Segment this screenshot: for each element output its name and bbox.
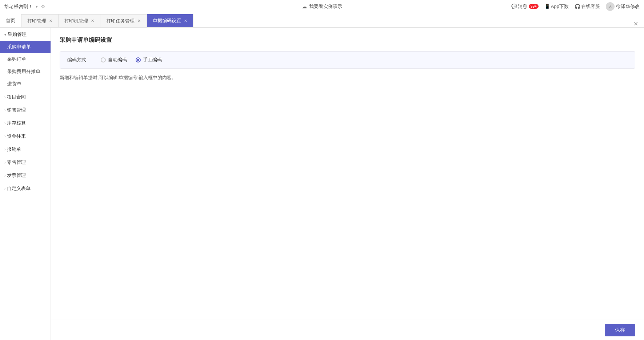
tab-print-task[interactable]: 打印任务管理 ✕ <box>100 14 147 27</box>
gear-icon[interactable]: ⚙ <box>41 4 45 9</box>
avatar: 人 <box>606 2 615 11</box>
sidebar-item-purchase-order-label: 采购订单 <box>7 56 26 62</box>
sidebar-group-purchase-label: 采购管理 <box>8 31 27 38</box>
tab-print-task-label: 打印任务管理 <box>106 18 135 24</box>
sidebar-group-sales-label: 销售管理 <box>7 107 26 113</box>
app-download-button[interactable]: 📱 App下数 <box>544 3 569 10</box>
sidebar-item-stock-in-label: 进货单 <box>7 81 21 86</box>
chevron-down-icon[interactable]: ▾ <box>36 4 38 9</box>
tab-printer-mgmt-close[interactable]: ✕ <box>91 19 94 23</box>
chevron-right-icon: › <box>4 174 5 178</box>
radio-manual[interactable]: 手工编码 <box>136 57 162 63</box>
sidebar-group-invoice-title[interactable]: › 发票管理 <box>0 169 51 182</box>
tab-bar-global-close[interactable]: ✕ <box>628 20 644 27</box>
tab-print-task-close[interactable]: ✕ <box>137 19 141 23</box>
tab-bar: 首页 打印管理 ✕ 打印机管理 ✕ 打印任务管理 ✕ 单据编码设置 ✕ ✕ <box>0 13 644 28</box>
main-layout: ▾ 采购管理 采购申请单 采购订单 采购费用分摊单 进货单 › 项目合同 <box>0 28 644 340</box>
chevron-right-icon: › <box>4 187 5 191</box>
sidebar-group-purchase-title[interactable]: ▾ 采购管理 <box>0 28 51 41</box>
message-badge: 99+ <box>529 4 539 9</box>
content-body: 采购申请单编码设置 编码方式 自动编码 手工编码 新增和编辑单据时,可以编辑'单… <box>51 28 644 320</box>
sidebar-group-capital: › 资金往来 <box>0 129 51 142</box>
tab-single-code[interactable]: 单据编码设置 ✕ <box>147 14 193 27</box>
sidebar-group-inventory-title[interactable]: › 库存核算 <box>0 116 51 129</box>
sidebar-item-stock-in[interactable]: 进货单 <box>0 78 51 90</box>
sidebar-group-custom-title[interactable]: › 自定义表单 <box>0 182 51 195</box>
sidebar-group-invoice-label: 发票管理 <box>7 172 26 179</box>
online-service-button[interactable]: 🎧 在线客服 <box>575 3 600 10</box>
sidebar-group-project-title[interactable]: › 项目合同 <box>0 90 51 103</box>
page-title: 采购申请单编码设置 <box>60 36 635 44</box>
sidebar-item-purchase-expense[interactable]: 采购费用分摊单 <box>0 65 51 78</box>
sidebar-item-purchase-expense-label: 采购费用分摊单 <box>7 69 40 74</box>
app-label: App下数 <box>551 3 569 10</box>
message-label: 消息 <box>518 3 527 10</box>
top-bar-right: 💬 消息 99+ 📱 App下数 🎧 在线客服 人 徐泽华修改 <box>511 2 640 11</box>
sidebar: ▾ 采购管理 采购申请单 采购订单 采购费用分摊单 进货单 › 项目合同 <box>0 28 51 340</box>
description-text: 新增和编辑单据时,可以编辑'单据编号'输入框中的内容。 <box>60 74 635 81</box>
sidebar-item-purchase-request[interactable]: 采购申请单 <box>0 41 51 53</box>
tab-single-code-label: 单据编码设置 <box>153 17 181 24</box>
chevron-down-icon: ▾ <box>4 33 6 37</box>
sidebar-group-returns: › 报销单 <box>0 142 51 155</box>
chevron-right-icon: › <box>4 108 5 112</box>
message-button[interactable]: 💬 消息 99+ <box>511 3 539 10</box>
center-text[interactable]: 我要看实例演示 <box>309 3 342 10</box>
sidebar-group-capital-label: 资金往来 <box>7 133 26 139</box>
sidebar-group-sales-title[interactable]: › 销售管理 <box>0 103 51 116</box>
sidebar-group-custom-label: 自定义表单 <box>7 185 31 192</box>
sidebar-group-project: › 项目合同 <box>0 90 51 103</box>
tab-print-mgmt-label: 打印管理 <box>27 18 46 24</box>
cloud-icon: ☁ <box>302 4 307 9</box>
save-button[interactable]: 保存 <box>605 324 635 336</box>
message-icon: 💬 <box>511 4 517 9</box>
content-area: 采购申请单编码设置 编码方式 自动编码 手工编码 新增和编辑单据时,可以编辑'单… <box>51 28 644 340</box>
headset-icon: 🎧 <box>575 4 580 9</box>
app-icon: 📱 <box>544 4 550 9</box>
top-bar-center: ☁ 我要看实例演示 <box>302 3 342 10</box>
radio-auto-circle <box>101 57 106 62</box>
sidebar-group-inventory-label: 库存核算 <box>7 120 26 126</box>
radio-auto-label: 自动编码 <box>108 57 127 63</box>
tab-printer-mgmt[interactable]: 打印机管理 ✕ <box>59 14 100 27</box>
sidebar-group-sales: › 销售管理 <box>0 103 51 116</box>
user-name: 徐泽华修改 <box>616 3 640 10</box>
sidebar-group-retail-label: 零售管理 <box>7 159 26 166</box>
sidebar-group-returns-label: 报销单 <box>7 146 21 153</box>
encode-section: 编码方式 自动编码 手工编码 <box>60 51 635 69</box>
user-menu[interactable]: 人 徐泽华修改 <box>606 2 640 11</box>
top-bar: 给老板勿割！ ▾ ⚙ ☁ 我要看实例演示 💬 消息 99+ 📱 App下数 🎧 … <box>0 0 644 13</box>
sidebar-group-inventory: › 库存核算 <box>0 116 51 129</box>
chevron-right-icon: › <box>4 95 5 99</box>
sidebar-group-returns-title[interactable]: › 报销单 <box>0 142 51 155</box>
chevron-right-icon: › <box>4 161 5 165</box>
tab-print-mgmt-close[interactable]: ✕ <box>49 19 52 23</box>
radio-auto[interactable]: 自动编码 <box>101 57 127 63</box>
chevron-right-icon: › <box>4 134 5 138</box>
top-bar-left: 给老板勿割！ ▾ ⚙ <box>4 3 45 10</box>
sidebar-group-project-label: 项目合同 <box>7 94 26 100</box>
sidebar-group-purchase: ▾ 采购管理 采购申请单 采购订单 采购费用分摊单 进货单 <box>0 28 51 90</box>
tab-printer-mgmt-label: 打印机管理 <box>64 18 88 24</box>
app-title: 给老板勿割！ <box>4 3 33 10</box>
chevron-right-icon: › <box>4 121 5 125</box>
service-label: 在线客服 <box>581 3 600 10</box>
sidebar-group-invoice: › 发票管理 <box>0 169 51 182</box>
tab-home-label: 首页 <box>6 17 15 24</box>
sidebar-group-retail-title[interactable]: › 零售管理 <box>0 155 51 169</box>
tab-home[interactable]: 首页 <box>0 14 21 27</box>
sidebar-group-retail: › 零售管理 <box>0 155 51 169</box>
radio-manual-circle <box>136 57 141 62</box>
chevron-right-icon: › <box>4 147 5 151</box>
sidebar-group-custom: › 自定义表单 <box>0 182 51 195</box>
sidebar-item-purchase-order[interactable]: 采购订单 <box>0 53 51 65</box>
content-footer: 保存 <box>51 320 644 340</box>
tab-single-code-close[interactable]: ✕ <box>184 19 187 23</box>
radio-manual-label: 手工编码 <box>143 57 162 63</box>
tab-print-mgmt[interactable]: 打印管理 ✕ <box>21 14 59 27</box>
sidebar-item-purchase-request-label: 采购申请单 <box>7 44 31 49</box>
radio-group: 自动编码 手工编码 <box>101 57 162 63</box>
encode-label: 编码方式 <box>67 57 86 63</box>
sidebar-group-capital-title[interactable]: › 资金往来 <box>0 129 51 142</box>
